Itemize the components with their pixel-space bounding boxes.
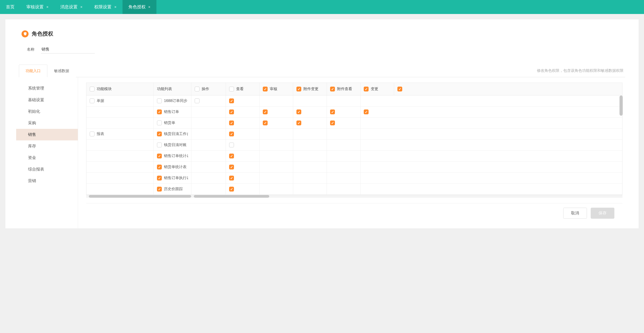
horizontal-scrollbar[interactable]	[86, 195, 622, 198]
cell-feature: 1688订单同步	[154, 95, 191, 106]
checkbox[interactable]	[330, 121, 335, 125]
checkbox[interactable]	[229, 121, 234, 125]
checkbox[interactable]	[157, 132, 162, 136]
sidenav-item-7[interactable]: 综合报表	[16, 164, 78, 175]
checkbox[interactable]	[263, 109, 268, 114]
column-header-2: 操作	[191, 83, 226, 95]
cell-perm-0	[191, 140, 226, 150]
checkbox[interactable]	[330, 109, 335, 114]
checkbox[interactable]	[263, 87, 268, 91]
checkbox[interactable]	[157, 176, 162, 180]
save-button[interactable]: 保存	[591, 208, 614, 219]
cell-feature: 销售订单统计表	[154, 151, 191, 161]
column-header-1: 功能列表	[154, 83, 191, 95]
sidenav-item-6[interactable]: 资金	[16, 152, 78, 164]
sidenav-item-0[interactable]: 系统管理	[16, 83, 78, 94]
top-tab-1[interactable]: 审核设置×	[20, 0, 54, 14]
checkbox[interactable]	[296, 87, 301, 91]
checkbox[interactable]	[330, 87, 335, 91]
cell-perm-2	[260, 107, 293, 117]
checkbox[interactable]	[364, 87, 369, 91]
cell-group	[86, 184, 154, 194]
top-tab-3[interactable]: 权限设置×	[88, 0, 122, 14]
cell-perm-0	[191, 173, 226, 183]
cell-perm-2	[260, 118, 293, 128]
top-tab-2[interactable]: 消息设置×	[54, 0, 88, 14]
cell-perm-1	[226, 95, 260, 106]
table-row: 历史价跟踪	[86, 184, 622, 195]
cell-feature: 钱货日清对账	[154, 140, 191, 150]
table-row: 销货单	[86, 118, 622, 129]
table-row: 销货单统计表	[86, 162, 622, 173]
checkbox[interactable]	[157, 98, 162, 103]
top-tab-0[interactable]: 首页	[0, 0, 20, 14]
checkbox[interactable]	[157, 187, 162, 192]
sidenav-item-5[interactable]: 库存	[16, 140, 78, 152]
sidenav-item-3[interactable]: 采购	[16, 117, 78, 129]
name-label: 名称	[27, 47, 34, 52]
checkbox[interactable]	[195, 87, 200, 91]
checkbox[interactable]	[229, 87, 234, 91]
cell-perm-3	[293, 107, 327, 117]
checkbox[interactable]	[157, 121, 162, 125]
top-tab-4[interactable]: 角色授权×	[122, 0, 156, 14]
cell-perm-5	[360, 184, 394, 194]
sidenav-item-4[interactable]: 销售	[16, 129, 78, 140]
checkbox[interactable]	[90, 98, 94, 103]
close-icon[interactable]: ×	[80, 5, 82, 9]
checkbox[interactable]	[229, 165, 234, 169]
checkbox[interactable]	[263, 121, 268, 125]
cell-perm-1	[226, 107, 260, 117]
subtab-0[interactable]: 功能入口	[19, 65, 47, 77]
checkbox[interactable]	[364, 109, 369, 114]
table-row: 钱货日清对账	[86, 140, 622, 151]
checkbox[interactable]	[296, 109, 301, 114]
checkbox[interactable]	[195, 98, 200, 103]
cell-perm-4	[327, 184, 360, 194]
cell-perm-2	[260, 162, 293, 172]
checkbox[interactable]	[229, 143, 234, 147]
vertical-scrollbar[interactable]	[620, 95, 623, 198]
close-icon[interactable]: ×	[148, 5, 150, 9]
table-row: 单据1688订单同步	[86, 95, 622, 107]
checkbox[interactable]	[90, 87, 94, 91]
checkbox[interactable]	[229, 154, 234, 158]
cell-perm-1	[226, 151, 260, 161]
checkbox[interactable]	[157, 109, 162, 114]
cell-group	[86, 107, 154, 117]
checkbox[interactable]	[229, 98, 234, 103]
checkbox[interactable]	[157, 165, 162, 169]
column-header-5: 附件变更	[293, 83, 327, 95]
cell-perm-1	[226, 118, 260, 128]
subtab-1[interactable]: 敏感数据	[47, 65, 76, 77]
cancel-button[interactable]: 取消	[563, 208, 587, 219]
cell-perm-4	[327, 151, 360, 161]
checkbox[interactable]	[229, 187, 234, 192]
checkbox[interactable]	[157, 143, 162, 147]
cell-perm-0	[191, 118, 226, 128]
close-icon[interactable]: ×	[46, 5, 48, 9]
checkbox[interactable]	[229, 132, 234, 136]
cell-perm-4	[327, 162, 360, 172]
cell-perm-2	[260, 173, 293, 183]
cell-perm-3	[293, 173, 327, 183]
checkbox[interactable]	[296, 121, 301, 125]
checkbox[interactable]	[229, 176, 234, 180]
close-icon[interactable]: ×	[114, 5, 116, 9]
table-row: 销售订单统计表	[86, 151, 622, 162]
sidenav-item-8[interactable]: 营销	[16, 175, 78, 187]
sidenav-item-2[interactable]: 初始化	[16, 106, 78, 117]
cell-perm-3	[293, 140, 327, 150]
checkbox[interactable]	[157, 154, 162, 158]
checkbox[interactable]	[397, 87, 402, 91]
cell-perm-4	[327, 118, 360, 128]
cell-perm-4	[327, 140, 360, 150]
sidenav-item-1[interactable]: 基础设置	[16, 94, 78, 106]
side-nav: 系统管理基础设置初始化采购销售库存资金综合报表营销	[16, 77, 78, 228]
checkbox[interactable]	[90, 132, 94, 136]
checkbox[interactable]	[229, 109, 234, 114]
cell-perm-2	[260, 151, 293, 161]
name-input[interactable]	[41, 45, 95, 54]
grid-header: 功能模块功能列表操作查看审核附件变更附件查看变更	[86, 83, 622, 95]
cell-perm-3	[293, 118, 327, 128]
